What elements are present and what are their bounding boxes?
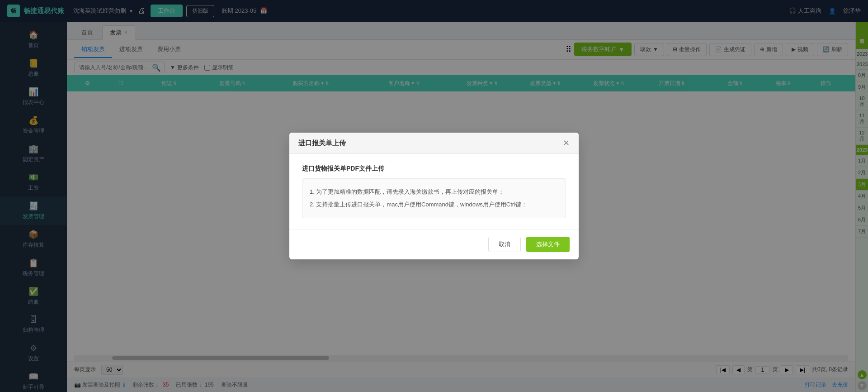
modal-info-item-1: 1. 为了更加精准的数据匹配，请先录入海关缴款书，再上传对应的报关单； <box>310 186 558 198</box>
modal-title: 进口报关单上传 <box>298 139 346 148</box>
modal-info-box: 1. 为了更加精准的数据匹配，请先录入海关缴款书，再上传对应的报关单； 2. 支… <box>302 178 566 218</box>
modal-header: 进口报关单上传 ✕ <box>289 133 579 154</box>
modal-close-button[interactable]: ✕ <box>563 138 570 148</box>
modal-footer: 取消 选择文件 <box>289 229 579 259</box>
modal-info-item-2: 2. 支持批量上传进口报关单，mac用户使用Command键，windows用户… <box>310 199 558 210</box>
import-customs-modal: 进口报关单上传 ✕ 进口货物报关单PDF文件上传 1. 为了更加精准的数据匹配，… <box>289 133 579 259</box>
modal-body: 进口货物报关单PDF文件上传 1. 为了更加精准的数据匹配，请先录入海关缴款书，… <box>289 154 579 229</box>
modal-overlay: 进口报关单上传 ✕ 进口货物报关单PDF文件上传 1. 为了更加精准的数据匹配，… <box>0 0 868 392</box>
modal-section-title: 进口货物报关单PDF文件上传 <box>302 165 566 173</box>
select-file-button[interactable]: 选择文件 <box>526 237 570 252</box>
modal-cancel-button[interactable]: 取消 <box>488 237 521 252</box>
